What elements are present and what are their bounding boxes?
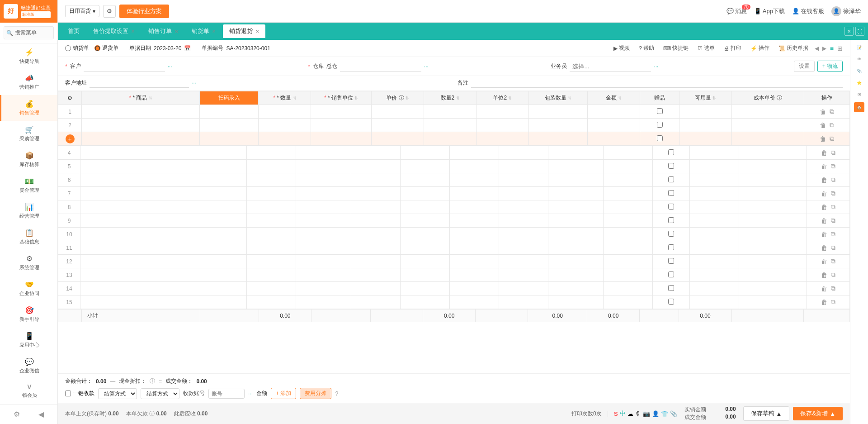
app-download-link[interactable]: 📱 App下载 bbox=[754, 7, 785, 15]
tab-sale-return[interactable]: 销货退货 ✕ bbox=[223, 24, 265, 38]
salesperson-select-btn[interactable]: ··· bbox=[654, 63, 658, 70]
gift-checkbox[interactable] bbox=[668, 258, 674, 264]
delete-row-btn[interactable]: 🗑 bbox=[820, 202, 828, 212]
sidebar-item-purchase[interactable]: 🛒 采购管理 bbox=[0, 121, 57, 147]
expense-split-btn[interactable]: 费用分摊 bbox=[300, 388, 331, 399]
copy-row-btn[interactable]: ⧉ bbox=[830, 229, 836, 239]
copy-row-btn[interactable]: ⧉ bbox=[830, 270, 836, 280]
copy-row-btn[interactable]: ⧉ bbox=[830, 243, 836, 252]
copy-row-btn[interactable]: ⧉ bbox=[830, 175, 836, 185]
this-debt-question[interactable]: ⓘ bbox=[149, 410, 155, 417]
tab-sale-return-close[interactable]: ✕ bbox=[255, 29, 259, 34]
delete-row-btn[interactable]: 🗑 bbox=[820, 162, 828, 171]
gift-checkbox[interactable] bbox=[657, 135, 663, 141]
delete-row-btn[interactable]: 🗑 bbox=[820, 243, 828, 252]
list-view-btn[interactable]: ≡ bbox=[830, 45, 834, 52]
gift-checkbox[interactable] bbox=[668, 285, 674, 291]
right-panel-star[interactable]: ⭐ bbox=[855, 79, 863, 87]
delete-row-btn[interactable]: 🗑 bbox=[820, 175, 828, 185]
copy-row-btn[interactable]: ⧉ bbox=[830, 162, 836, 171]
right-panel-view[interactable]: 👁 bbox=[855, 55, 863, 63]
customer-input[interactable] bbox=[84, 62, 165, 71]
sidebar-item-newbie[interactable]: 🎯 新手引导 bbox=[0, 301, 57, 327]
remark-input[interactable] bbox=[471, 78, 843, 88]
delete-row-btn[interactable]: 🗑 bbox=[819, 120, 827, 130]
select-order-btn[interactable]: ☑ 选单 bbox=[695, 43, 717, 53]
warehouse-select-btn[interactable]: ··· bbox=[424, 63, 429, 70]
tab-sale-goods[interactable]: 销货单 ✕ bbox=[185, 24, 222, 38]
gift-checkbox[interactable] bbox=[668, 272, 674, 277]
right-panel-notes[interactable]: 📝 bbox=[855, 43, 863, 52]
sidebar-item-enterprise[interactable]: 🤝 企业协同 bbox=[0, 276, 57, 301]
video-btn[interactable]: ▶ 视频 bbox=[611, 43, 632, 53]
gift-checkbox[interactable] bbox=[668, 231, 674, 237]
sidebar-item-shortcut[interactable]: ⚡ 快捷导航 bbox=[0, 43, 57, 69]
copy-row-btn[interactable]: ⧉ bbox=[829, 107, 835, 116]
gift-checkbox[interactable] bbox=[668, 217, 674, 223]
cash-discount-question[interactable]: ⓘ bbox=[150, 377, 155, 385]
delete-row-btn[interactable]: 🗑 bbox=[820, 270, 828, 280]
tab-maximize-button[interactable]: ⛶ bbox=[855, 27, 864, 36]
right-panel-attach[interactable]: 📎 bbox=[855, 67, 863, 75]
tab-home[interactable]: 首页 bbox=[61, 24, 86, 38]
split-question-icon[interactable]: ? bbox=[335, 391, 338, 397]
copy-row-btn[interactable]: ⧉ bbox=[830, 257, 836, 266]
next-record-btn[interactable]: ▶ bbox=[822, 45, 826, 52]
gift-checkbox[interactable] bbox=[657, 108, 663, 114]
gift-checkbox[interactable] bbox=[668, 190, 674, 196]
delete-row-btn[interactable]: 🗑 bbox=[820, 148, 828, 157]
gift-checkbox[interactable] bbox=[668, 204, 674, 210]
one-click-pay-input[interactable] bbox=[65, 391, 71, 396]
delete-row-btn[interactable]: 🗑 bbox=[820, 284, 828, 293]
sale-goods-radio[interactable]: 销货单 bbox=[65, 44, 89, 52]
copy-row-btn[interactable]: ⧉ bbox=[830, 148, 836, 157]
copy-row-btn[interactable]: ⧉ bbox=[829, 120, 835, 130]
copy-row-btn[interactable]: ⧉ bbox=[830, 216, 836, 225]
sidebar-item-app[interactable]: 📱 应用中心 bbox=[0, 327, 57, 353]
gift-checkbox[interactable] bbox=[668, 176, 674, 182]
add-row-button[interactable]: + bbox=[66, 134, 75, 143]
sidebar-settings-button[interactable]: ⚙ bbox=[13, 409, 21, 419]
sidebar-item-operation[interactable]: 📊 经营管理 bbox=[0, 198, 57, 224]
tab-close-button[interactable]: ✕ bbox=[844, 27, 854, 36]
gift-checkbox[interactable] bbox=[668, 149, 674, 155]
settings-button[interactable]: ⚙ bbox=[103, 5, 116, 18]
sidebar-item-inventory[interactable]: 📦 库存核算 bbox=[0, 147, 57, 172]
address-input[interactable] bbox=[90, 78, 189, 88]
add-payment-btn[interactable]: + 添加 bbox=[271, 388, 296, 399]
gift-checkbox[interactable] bbox=[657, 122, 663, 128]
one-click-pay-checkbox[interactable]: 一键收款 bbox=[65, 390, 94, 397]
copy-row-btn[interactable]: ⧉ bbox=[830, 297, 836, 307]
delete-row-btn[interactable]: 🗑 bbox=[819, 134, 827, 143]
sidebar-collapse-button[interactable]: ◀ bbox=[38, 409, 45, 419]
message-area[interactable]: 💬 消息 70 bbox=[726, 7, 747, 15]
daily-select[interactable]: 日用百货 ▾ bbox=[65, 5, 99, 17]
print-btn[interactable]: 🖨 打印 bbox=[721, 43, 744, 53]
grid-view-btn[interactable]: ⊞ bbox=[837, 45, 843, 52]
trial-button[interactable]: 体验行业方案 bbox=[119, 5, 169, 18]
copy-row-btn[interactable]: ⧉ bbox=[830, 284, 836, 293]
address-select-btn[interactable]: ··· bbox=[192, 80, 196, 86]
operate-btn[interactable]: ⚡ 操作 bbox=[748, 43, 772, 53]
sidebar-item-system[interactable]: ⚙ 系统管理 bbox=[0, 250, 57, 276]
warehouse-input[interactable] bbox=[340, 62, 421, 71]
right-panel-message[interactable]: ✉ bbox=[856, 91, 863, 99]
tab-sale-order[interactable]: 销售订单 ✕ bbox=[142, 24, 184, 38]
help-btn[interactable]: ? 帮助 bbox=[636, 43, 657, 53]
settings-btn[interactable]: 设置 bbox=[794, 61, 815, 72]
shortcut-btn[interactable]: ⌨ 快捷键 bbox=[660, 43, 691, 53]
user-area[interactable]: 👤 徐泽华 bbox=[831, 6, 861, 16]
history-btn[interactable]: 📜 历史单据 bbox=[776, 43, 811, 53]
right-panel-home[interactable]: 🏠 bbox=[854, 102, 864, 112]
sale-return-radio[interactable]: 退货单 bbox=[94, 44, 118, 52]
tab-sale-price[interactable]: 售价提取设置 ✕ bbox=[87, 24, 141, 38]
goods-input[interactable] bbox=[85, 135, 197, 142]
delete-row-btn[interactable]: 🗑 bbox=[820, 189, 828, 198]
settle-method-select[interactable]: 结算方式 bbox=[98, 388, 137, 399]
sidebar-item-marketing[interactable]: 📣 营销推广 bbox=[0, 69, 57, 95]
salesperson-input[interactable] bbox=[570, 62, 651, 71]
delete-row-btn[interactable]: 🗑 bbox=[820, 297, 828, 307]
th-settings[interactable]: ⚙ bbox=[58, 91, 82, 105]
calendar-icon[interactable]: 📅 bbox=[184, 45, 191, 52]
save-draft-button[interactable]: 保存草稿 ▲ bbox=[743, 406, 790, 421]
